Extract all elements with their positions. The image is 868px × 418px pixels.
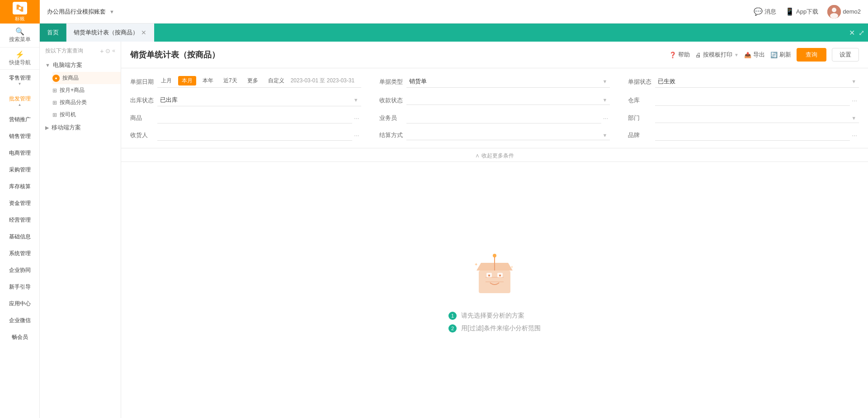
left-panel: 按以下方案查询 + ⊙ « ▼ 电脑端方案 ● 按商品 ⊞ 按月+	[40, 42, 121, 418]
salesperson-dots[interactable]: ···	[601, 114, 610, 122]
mobile-group[interactable]: ▶ 移动端方案	[40, 121, 121, 134]
doc-status-select[interactable]: 已生效 ▼	[655, 76, 859, 88]
refresh-btn[interactable]: 🔄 刷新	[770, 51, 791, 59]
help-btn[interactable]: ❓ 帮助	[669, 51, 690, 59]
warehouse-input[interactable]	[655, 95, 850, 106]
svg-text:✦: ✦	[510, 265, 514, 269]
sidebar-item-procurement[interactable]: 采购管理	[0, 162, 39, 178]
date-custom-btn[interactable]: 自定义	[264, 76, 288, 86]
doc-status-arrow-icon: ▼	[851, 79, 856, 84]
salesperson-field: 业务员 ···	[379, 113, 610, 124]
date-more-btn[interactable]: 更多	[244, 76, 262, 86]
industry-dropdown-arrow[interactable]: ▼	[109, 9, 114, 14]
scheme-by-goods[interactable]: ● 按商品	[52, 72, 121, 84]
sidebar-item-inventory[interactable]: 库存核算	[0, 178, 39, 195]
app-name: 标账	[15, 15, 25, 22]
out-status-value: 已出库	[160, 96, 178, 104]
doc-type-select[interactable]: 销货单 ▼	[406, 76, 610, 88]
export-icon: 📤	[744, 52, 751, 58]
print-template-btn[interactable]: 🖨 按模板打印 ▼	[695, 51, 739, 59]
mobile-group-arrow: ▶	[45, 125, 49, 131]
tab-close-window-icon[interactable]: ✕	[849, 28, 855, 37]
recipient-field: 收货人 ···	[130, 130, 361, 141]
svg-point-2	[832, 8, 836, 12]
query-button[interactable]: 查询	[797, 48, 826, 62]
print-label: 按模板打印	[703, 51, 732, 59]
message-btn[interactable]: 💬 消息	[754, 7, 776, 16]
brand-dots[interactable]: ···	[850, 132, 859, 139]
goods-field: 商品 ···	[130, 113, 361, 124]
sidebar-item-enterprise[interactable]: 企业协同	[0, 262, 39, 279]
payment-status-select[interactable]: ▼	[406, 95, 610, 105]
quick-nav[interactable]: ⚡ 快捷导航	[0, 48, 39, 70]
date-last-7-days-btn[interactable]: 近7天	[220, 76, 241, 86]
sidebar: 标账 🔍 搜索菜单 ⚡ 快捷导航 零售管理 ▼ 批发管理 ▲ 营销推广 销售管理…	[0, 0, 40, 418]
department-select[interactable]: ▼	[655, 114, 859, 123]
add-scheme-btn[interactable]: +	[100, 48, 104, 55]
date-selector: 上月 本月 本年 近7天 更多 自定义 2023-03-01 至 2023-03…	[157, 76, 361, 88]
warehouse-dots[interactable]: ···	[850, 97, 859, 104]
retail-arrow: ▼	[18, 82, 22, 86]
scheme-by-goods-category[interactable]: ⊞ 按商品分类	[52, 96, 121, 109]
sidebar-item-finance[interactable]: 资金管理	[0, 195, 39, 212]
tab-close-icon[interactable]: ✕	[141, 29, 146, 36]
user-profile[interactable]: demo2	[827, 5, 861, 19]
sidebar-item-system[interactable]: 系统管理	[0, 245, 39, 262]
edit-scheme-btn[interactable]: ⊙	[105, 48, 110, 55]
sidebar-item-retail[interactable]: 零售管理 ▼	[0, 70, 39, 90]
app-download-btn[interactable]: 📱 App下载	[785, 7, 818, 16]
content-area: 按以下方案查询 + ⊙ « ▼ 电脑端方案 ● 按商品 ⊞ 按月+	[40, 42, 868, 418]
recipient-dots[interactable]: ···	[352, 132, 361, 139]
date-this-year-btn[interactable]: 本年	[199, 76, 217, 86]
doc-status-value: 已生效	[658, 77, 675, 86]
goods-input[interactable]	[157, 113, 352, 124]
sidebar-item-wholesale[interactable]: 批发管理 ▲	[0, 90, 39, 111]
date-last-month-btn[interactable]: 上月	[157, 76, 175, 86]
svg-point-3	[830, 13, 838, 19]
tab-expand-icon[interactable]: ⤢	[859, 28, 864, 37]
quick-nav-label: 快捷导航	[0, 59, 39, 66]
collapse-panel-btn[interactable]: «	[112, 48, 115, 55]
empty-line-1: 1 请先选择要分析的方案	[448, 309, 541, 322]
date-range-text: 2023-03-01 至 2023-03-31	[291, 77, 354, 85]
by-goods-icon: ●	[52, 75, 60, 82]
sidebar-item-wechat[interactable]: 企业微信	[0, 312, 39, 329]
empty-state: ✦ ✦ 1 请先选择要分析的方案 2 用[过滤]条件来缩小分析范围	[121, 162, 868, 418]
collapse-filters-btn[interactable]: ∧ 收起更多条件	[121, 148, 868, 162]
wholesale-label: 批发管理	[9, 95, 31, 103]
pc-group[interactable]: ▼ 电脑端方案	[40, 58, 121, 72]
brand-input[interactable]	[655, 130, 850, 141]
payment-status-arrow-icon: ▼	[602, 97, 607, 103]
industry-selector[interactable]: 办公用品行业模拟账套	[47, 8, 106, 16]
goods-label: 商品	[130, 114, 157, 122]
sidebar-item-guide[interactable]: 新手引导	[0, 279, 39, 295]
settings-button[interactable]: 设置	[832, 48, 859, 62]
settlement-select[interactable]: ▼	[406, 131, 610, 140]
recipient-input[interactable]	[157, 130, 352, 141]
scheme-by-month-goods[interactable]: ⊞ 按月+商品	[52, 84, 121, 96]
sidebar-item-marketing[interactable]: 营销推广	[0, 111, 39, 128]
sales-label: 销售管理	[9, 133, 31, 140]
out-status-select[interactable]: 已出库 ▼	[157, 94, 361, 106]
scheme-by-cashier[interactable]: ⊞ 按司机	[52, 109, 121, 121]
sidebar-item-basic[interactable]: 基础信息	[0, 228, 39, 245]
sidebar-item-ecommerce[interactable]: 电商管理	[0, 145, 39, 162]
tab-home[interactable]: 首页	[40, 24, 66, 42]
refresh-label: 刷新	[779, 51, 791, 59]
member-label: 畅会员	[12, 333, 28, 341]
filter-row-2: 出库状态 已出库 ▼ 收款状态 ▼	[130, 94, 859, 106]
date-field: 单据日期 上月 本月 本年 近7天 更多 自定义 2023-03-01 至 20…	[130, 76, 361, 88]
export-btn[interactable]: 📤 导出	[744, 51, 765, 59]
date-this-month-btn[interactable]: 本月	[178, 76, 196, 86]
sidebar-item-apps[interactable]: 应用中心	[0, 295, 39, 312]
doc-type-label: 单据类型	[379, 78, 406, 86]
sidebar-item-sales[interactable]: 销售管理	[0, 128, 39, 145]
sidebar-item-operations[interactable]: 经营管理	[0, 212, 39, 228]
salesperson-input[interactable]	[406, 113, 601, 124]
goods-dots[interactable]: ···	[352, 114, 361, 122]
finance-label: 资金管理	[9, 200, 31, 207]
search-menu[interactable]: 🔍 搜索菜单	[0, 24, 39, 48]
app-download-label: App下载	[796, 8, 818, 16]
tab-sales-stats[interactable]: 销货单统计表（按商品） ✕	[66, 24, 154, 42]
sidebar-item-member[interactable]: 畅会员	[0, 329, 39, 346]
